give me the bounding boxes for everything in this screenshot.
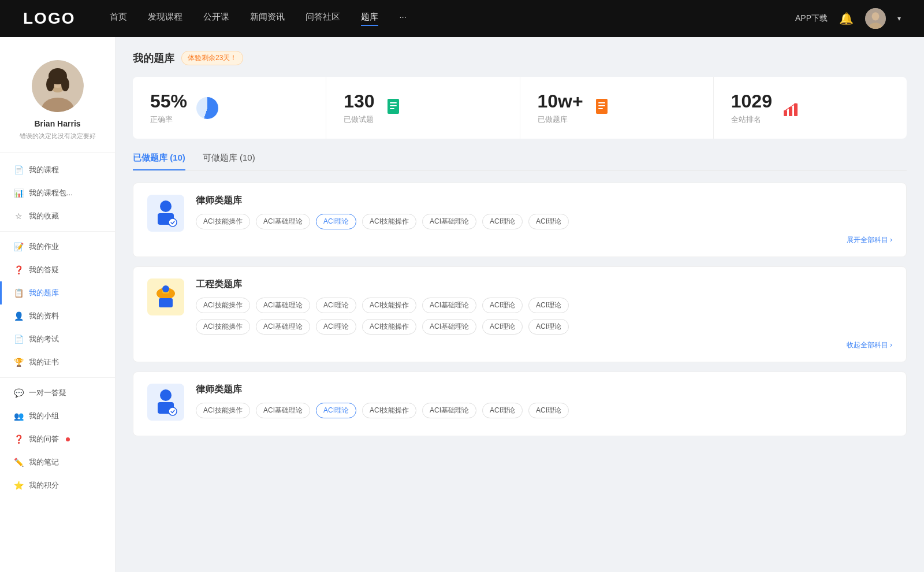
tag[interactable]: ACI理论: [528, 403, 569, 418]
tag[interactable]: ACI技能操作: [196, 319, 250, 335]
user-chevron[interactable]: ▾: [897, 14, 901, 23]
certificate-icon: 🏆: [14, 358, 23, 367]
sidebar-item-group[interactable]: 👥 我的小组: [0, 404, 115, 428]
trial-badge: 体验剩余23天！: [181, 51, 243, 65]
tab-done[interactable]: 已做题库 (10): [133, 153, 185, 170]
doc-orange-icon: [593, 98, 613, 118]
collapse-link[interactable]: 收起全部科目 ›: [196, 340, 892, 350]
homework-icon: 📝: [14, 242, 23, 251]
sidebar-item-question-bank[interactable]: 📋 我的题库: [0, 281, 115, 304]
main-content: 我的题库 体验剩余23天！ 55% 正确率 130 已做试题: [116, 37, 924, 572]
sidebar-item-profile[interactable]: 👤 我的资料: [0, 304, 115, 328]
sidebar-item-favorites[interactable]: ☆ 我的收藏: [0, 205, 115, 228]
nav-discover[interactable]: 发现课程: [148, 12, 182, 26]
page-title: 我的题库: [133, 51, 174, 65]
svg-point-8: [46, 77, 54, 91]
bank-name-1: 律师类题库: [196, 195, 892, 207]
tag[interactable]: ACI基础理论: [422, 319, 476, 335]
tag[interactable]: ACI基础理论: [422, 214, 476, 229]
notification-dot: [66, 437, 70, 441]
sidebar-item-course-packages[interactable]: 📊 我的课程包...: [0, 181, 115, 205]
bank-card-inner: 律师类题库 ACI技能操作 ACI基础理论 ACI理论 ACI技能操作 ACI基…: [147, 195, 892, 245]
nav-news[interactable]: 新闻资讯: [250, 12, 285, 26]
nav-open-course[interactable]: 公开课: [203, 12, 229, 26]
bank-card-engineer: 工程类题库 ACI技能操作 ACI基础理论 ACI理论 ACI技能操作 ACI基…: [133, 266, 907, 362]
tag[interactable]: ACI基础理论: [422, 298, 476, 313]
svg-rect-28: [159, 298, 173, 307]
tag[interactable]: ACI基础理论: [256, 403, 310, 418]
tag[interactable]: ACI基础理论: [256, 214, 310, 229]
app-download-button[interactable]: APP下载: [795, 13, 828, 24]
tag[interactable]: ACI理论: [482, 403, 523, 418]
tag[interactable]: ACI技能操作: [196, 214, 250, 229]
expand-link-1[interactable]: 展开全部科目 ›: [196, 235, 892, 245]
sidebar-item-label: 我的资料: [29, 311, 59, 321]
tags-row-2a: ACI技能操作 ACI基础理论 ACI理论 ACI技能操作 ACI基础理论 AC…: [196, 298, 892, 313]
bank-card-inner-3: 律师类题库 ACI技能操作 ACI基础理论 ACI理论 ACI技能操作 ACI基…: [147, 384, 892, 424]
sidebar-item-label: 我的答疑: [29, 265, 59, 275]
tags-row-3: ACI技能操作 ACI基础理论 ACI理论 ACI技能操作 ACI基础理论 AC…: [196, 403, 892, 418]
tag[interactable]: ACI理论: [528, 214, 569, 229]
bank-card-lawyer-2: 律师类题库 ACI技能操作 ACI基础理论 ACI理论 ACI技能操作 ACI基…: [133, 372, 907, 436]
sidebar-item-notes[interactable]: ✏️ 我的笔记: [0, 451, 115, 474]
user-avatar: [32, 60, 84, 112]
sidebar-item-points[interactable]: ⭐ 我的积分: [0, 474, 115, 497]
user-motto: 错误的决定比没有决定要好: [20, 132, 96, 140]
chart-red-icon: [781, 98, 802, 118]
nav-question-bank[interactable]: 题库: [361, 12, 378, 26]
question-bank-icon: 📋: [14, 288, 23, 298]
tag[interactable]: ACI技能操作: [362, 403, 416, 418]
sidebar-item-certificate[interactable]: 🏆 我的证书: [0, 351, 115, 374]
tag[interactable]: ACI理论: [528, 319, 569, 335]
sidebar-item-label: 我的课程: [29, 165, 59, 175]
svg-rect-16: [598, 105, 605, 106]
sidebar: Brian Harris 错误的决定比没有决定要好 📄 我的课程 📊 我的课程包…: [0, 37, 116, 572]
tag-active[interactable]: ACI理论: [316, 403, 356, 418]
tag[interactable]: ACI技能操作: [196, 298, 250, 313]
bell-icon[interactable]: 🔔: [839, 12, 854, 25]
sidebar-item-my-courses[interactable]: 📄 我的课程: [0, 158, 115, 181]
course-packages-icon: 📊: [14, 188, 23, 198]
sidebar-item-homework[interactable]: 📝 我的作业: [0, 235, 115, 258]
doc-green-icon: [384, 98, 405, 118]
svg-point-29: [160, 389, 172, 401]
tag[interactable]: ACI基础理论: [422, 403, 476, 418]
nav-more[interactable]: ···: [399, 12, 407, 26]
sidebar-item-label: 我的题库: [29, 288, 59, 298]
tag[interactable]: ACI技能操作: [196, 403, 250, 418]
sidebar-item-my-qa[interactable]: ❓ 我的问答: [0, 428, 115, 451]
stat-value-banks: 10w+ 已做题库: [538, 91, 583, 125]
tag[interactable]: ACI基础理论: [256, 319, 310, 335]
tag-active[interactable]: ACI理论: [316, 214, 356, 229]
logo[interactable]: LOGO: [23, 9, 75, 28]
points-icon: ⭐: [14, 481, 23, 490]
sidebar-item-one-on-one[interactable]: 💬 一对一答疑: [0, 381, 115, 404]
tag[interactable]: ACI技能操作: [362, 214, 416, 229]
nav-qa[interactable]: 问答社区: [305, 12, 340, 26]
nav-home[interactable]: 首页: [110, 12, 127, 26]
bank-name-2: 工程类题库: [196, 278, 892, 291]
stat-questions-done: 130 已做试题: [326, 77, 520, 139]
tag[interactable]: ACI技能操作: [362, 319, 416, 335]
tag[interactable]: ACI理论: [482, 214, 523, 229]
svg-rect-17: [598, 108, 603, 109]
tag[interactable]: ACI基础理论: [256, 298, 310, 313]
tag[interactable]: ACI理论: [316, 298, 356, 313]
tab-available[interactable]: 可做题库 (10): [203, 153, 255, 170]
lawyer-icon-1: [147, 195, 184, 232]
sidebar-item-label: 我的笔记: [29, 457, 59, 467]
tag[interactable]: ACI理论: [528, 298, 569, 313]
tag[interactable]: ACI理论: [482, 298, 523, 313]
page-layout: Brian Harris 错误的决定比没有决定要好 📄 我的课程 📊 我的课程包…: [0, 37, 924, 572]
tag[interactable]: ACI理论: [482, 319, 523, 335]
nav-links: 首页 发现课程 公开课 新闻资讯 问答社区 题库 ···: [110, 12, 795, 26]
avatar[interactable]: [865, 8, 886, 29]
one-on-one-icon: 💬: [14, 388, 23, 398]
tag[interactable]: ACI技能操作: [362, 298, 416, 313]
svg-rect-11: [390, 102, 397, 103]
sidebar-item-qa[interactable]: ❓ 我的答疑: [0, 258, 115, 281]
svg-rect-25: [158, 294, 174, 296]
tag[interactable]: ACI理论: [316, 319, 356, 335]
sidebar-item-exam[interactable]: 📄 我的考试: [0, 328, 115, 351]
stat-value-correct: 55% 正确率: [150, 91, 187, 125]
